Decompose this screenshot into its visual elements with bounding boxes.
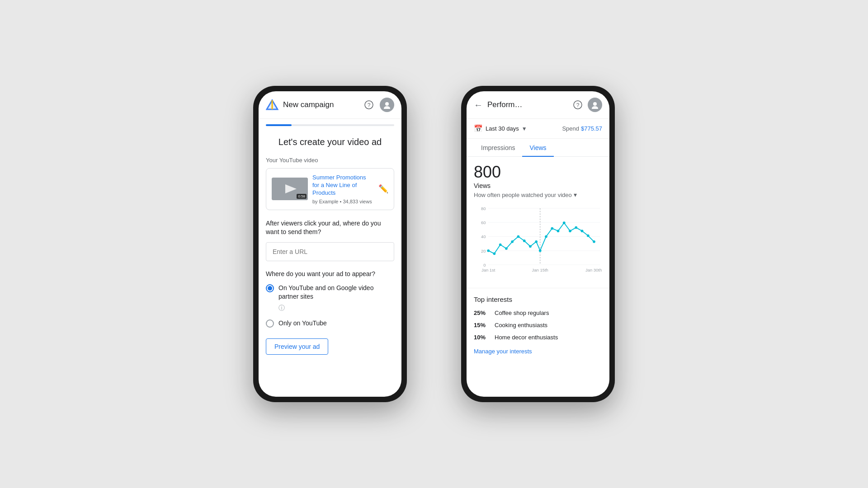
interest-row-2: 15% Cooking enthusiasts bbox=[474, 322, 602, 328]
user-avatar-2[interactable] bbox=[588, 98, 602, 112]
metric-description[interactable]: How often people watched your video ▾ bbox=[474, 191, 602, 198]
metrics-section: 800 Views How often people watched your … bbox=[467, 157, 609, 202]
svg-text:?: ? bbox=[368, 102, 371, 108]
performance-title: Performance de... bbox=[487, 100, 524, 109]
progress-fill bbox=[266, 124, 292, 126]
svg-text:?: ? bbox=[576, 102, 580, 108]
phones-container: New campaign ? Let's create your video a… bbox=[253, 86, 615, 402]
svg-point-40 bbox=[581, 230, 584, 232]
svg-point-34 bbox=[545, 235, 547, 238]
page-title: Let's create your video ad bbox=[266, 136, 394, 148]
radio-option-2[interactable]: Only on YouTube bbox=[266, 319, 394, 328]
phone1-header: New campaign ? bbox=[259, 91, 401, 119]
phone1-content: Let's create your video ad Your YouTube … bbox=[259, 129, 401, 397]
metric-number: 800 bbox=[474, 164, 602, 180]
date-filter-label: Last 30 days bbox=[486, 125, 519, 132]
placement-question: Where do you want your ad to appear? bbox=[266, 270, 394, 277]
video-card[interactable]: 0:58 Summer Promotions for a New Line of… bbox=[266, 168, 394, 210]
svg-point-39 bbox=[575, 226, 577, 229]
chevron-down-icon: ▾ bbox=[574, 191, 577, 198]
svg-point-38 bbox=[569, 230, 571, 232]
svg-point-32 bbox=[535, 240, 538, 243]
svg-point-33 bbox=[539, 249, 542, 252]
manage-interests-link[interactable]: Manage your interests bbox=[474, 348, 532, 355]
user-avatar[interactable] bbox=[380, 98, 394, 112]
svg-point-41 bbox=[587, 235, 590, 237]
metric-label: Views bbox=[474, 182, 602, 189]
spend-label: Spend bbox=[562, 125, 579, 132]
svg-point-36 bbox=[557, 230, 560, 232]
svg-text:Jan 1st: Jan 1st bbox=[481, 267, 495, 272]
chart-line bbox=[488, 223, 594, 253]
dropdown-arrow: ▼ bbox=[522, 126, 527, 132]
svg-text:Jan 15th: Jan 15th bbox=[532, 267, 548, 272]
date-filter[interactable]: 📅 Last 30 days ▼ bbox=[474, 124, 527, 133]
interests-section: Top interests 25% Coffee shop regulars 1… bbox=[467, 288, 609, 362]
svg-point-26 bbox=[499, 244, 502, 246]
svg-point-29 bbox=[517, 235, 520, 238]
phone2-header: ← Performance de... ? bbox=[467, 91, 609, 119]
new-campaign-title: New campaign bbox=[283, 100, 355, 109]
svg-text:0: 0 bbox=[483, 263, 486, 267]
svg-point-25 bbox=[493, 253, 496, 255]
views-chart: 80 60 40 20 0 bbox=[474, 202, 602, 279]
radio-button-1[interactable] bbox=[266, 284, 274, 292]
spend-value: $775.57 bbox=[581, 125, 602, 132]
interest-pct-2: 15% bbox=[474, 322, 489, 328]
interest-row-3: 10% Home decor enthusiasts bbox=[474, 334, 602, 341]
video-info: Summer Promotions for a New Line of Prod… bbox=[312, 174, 374, 204]
interest-name-1: Coffee shop regulars bbox=[495, 310, 549, 316]
video-title: Summer Promotions for a New Line of Prod… bbox=[312, 174, 374, 197]
help-button-2[interactable]: ? bbox=[571, 99, 584, 111]
video-meta: by Example • 34,833 views bbox=[312, 199, 374, 204]
destination-question: After viewers click your ad, where do yo… bbox=[266, 219, 394, 237]
svg-point-27 bbox=[505, 247, 508, 250]
svg-text:40: 40 bbox=[481, 234, 486, 239]
help-button[interactable]: ? bbox=[363, 99, 375, 111]
progress-track bbox=[266, 124, 394, 126]
radio-option-1[interactable]: On YouTube and on Google video partner s… bbox=[266, 284, 394, 313]
svg-point-28 bbox=[511, 240, 514, 243]
svg-point-11 bbox=[593, 102, 597, 106]
interest-row-1: 25% Coffee shop regulars bbox=[474, 310, 602, 316]
progress-bar-section bbox=[259, 119, 401, 129]
tabs-bar: Impressions Views bbox=[467, 139, 609, 157]
date-spend-bar: 📅 Last 30 days ▼ Spend $775.57 bbox=[467, 119, 609, 139]
interest-pct-3: 10% bbox=[474, 334, 489, 341]
svg-point-35 bbox=[551, 227, 553, 230]
spend-section: Spend $775.57 bbox=[562, 125, 602, 132]
svg-text:60: 60 bbox=[481, 220, 486, 225]
phone-new-campaign: New campaign ? Let's create your video a… bbox=[253, 86, 407, 402]
tab-views[interactable]: Views bbox=[522, 139, 553, 157]
svg-point-5 bbox=[385, 102, 389, 106]
edit-icon[interactable]: ✏️ bbox=[378, 184, 388, 194]
svg-point-12 bbox=[592, 106, 598, 109]
interest-name-2: Cooking enthusiasts bbox=[495, 322, 547, 328]
svg-point-42 bbox=[593, 240, 595, 243]
url-input[interactable] bbox=[266, 242, 394, 261]
svg-point-30 bbox=[523, 239, 526, 242]
svg-point-37 bbox=[563, 221, 566, 224]
preview-ad-button[interactable]: Preview your ad bbox=[266, 338, 328, 355]
svg-point-24 bbox=[487, 249, 490, 252]
svg-text:20: 20 bbox=[481, 249, 486, 253]
tab-impressions[interactable]: Impressions bbox=[474, 139, 522, 157]
video-thumbnail: 0:58 bbox=[272, 178, 308, 200]
video-duration: 0:58 bbox=[297, 194, 307, 199]
interest-pct-1: 25% bbox=[474, 310, 489, 316]
youtube-section-label: Your YouTube video bbox=[266, 157, 394, 164]
svg-point-31 bbox=[529, 245, 532, 248]
radio-button-2[interactable] bbox=[266, 319, 274, 328]
svg-text:Jan 30th: Jan 30th bbox=[585, 267, 602, 272]
chart-container: 80 60 40 20 0 bbox=[467, 202, 609, 288]
google-ads-icon bbox=[266, 99, 278, 111]
phone2-content: 📅 Last 30 days ▼ Spend $775.57 Impressio… bbox=[467, 119, 609, 397]
svg-point-6 bbox=[384, 106, 390, 109]
back-button[interactable]: ← bbox=[474, 100, 483, 110]
radio-label-1: On YouTube and on Google video partner s… bbox=[278, 284, 394, 313]
info-icon-1[interactable]: ⓘ bbox=[278, 304, 285, 313]
interests-title: Top interests bbox=[474, 296, 602, 303]
svg-text:80: 80 bbox=[481, 206, 486, 211]
calendar-icon: 📅 bbox=[474, 124, 483, 133]
phone-performance: ← Performance de... ? 📅 Last 30 days ▼ bbox=[461, 86, 615, 402]
